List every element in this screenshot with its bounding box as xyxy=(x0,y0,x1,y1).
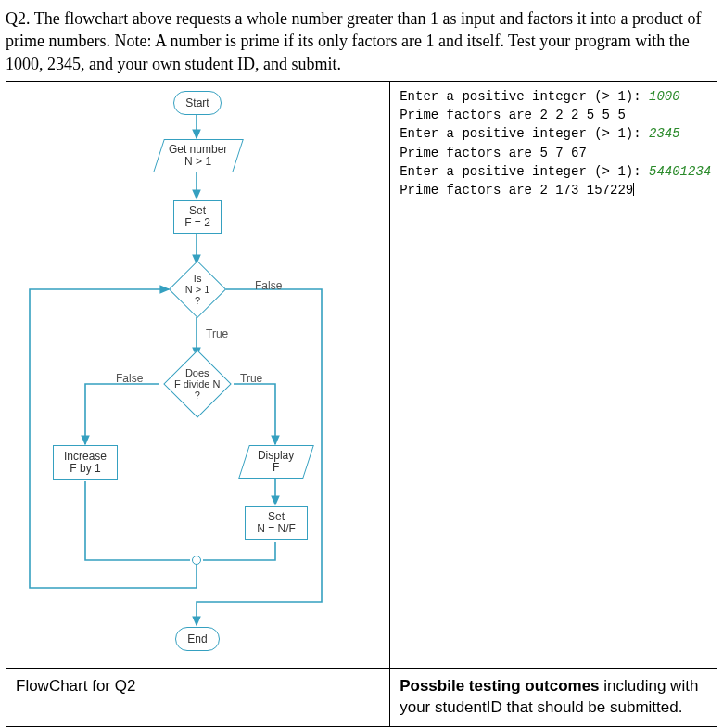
flowchart-end: End xyxy=(175,627,220,651)
flowchart-display: DisplayF xyxy=(238,445,314,479)
prompt-1: Enter a positive integer (> 1): xyxy=(400,89,649,104)
question-text: Q2. The flowchart above requests a whole… xyxy=(6,7,717,75)
flowchart-set-nf: SetN = N/F xyxy=(245,506,308,540)
text-cursor-icon xyxy=(633,183,634,196)
input-1: 1000 xyxy=(649,89,680,104)
console-output: Enter a positive integer (> 1): 1000 Pri… xyxy=(400,87,707,200)
output-2: Prime factors are 5 7 67 xyxy=(400,144,707,162)
output-1: Prime factors are 2 2 2 5 5 5 xyxy=(400,106,707,124)
console-caption-bold: Possbile testing outcomes xyxy=(400,677,599,695)
input-3: 54401234 xyxy=(649,164,711,179)
flowchart-increase: IncreaseF by 1 xyxy=(53,445,118,480)
content-table: Start Get numberN > 1 SetF = 2 IsN > 1? … xyxy=(6,81,717,727)
flowchart-label-true-2: True xyxy=(240,371,262,386)
input-2: 2345 xyxy=(649,126,680,141)
prompt-2: Enter a positive integer (> 1): xyxy=(400,126,649,141)
flowchart-caption: FlowChart for Q2 xyxy=(6,668,390,726)
flowchart-junction xyxy=(192,556,201,565)
flowchart-label-false-2: False xyxy=(116,371,143,386)
flowchart-diagram: Start Get numberN > 1 SetF = 2 IsN > 1? … xyxy=(16,87,380,662)
flowchart-start: Start xyxy=(173,91,222,115)
console-cell: Enter a positive integer (> 1): 1000 Pri… xyxy=(390,81,717,668)
flowchart-set-f: SetF = 2 xyxy=(173,200,222,234)
flowchart-cell: Start Get numberN > 1 SetF = 2 IsN > 1? … xyxy=(6,81,390,668)
prompt-3: Enter a positive integer (> 1): xyxy=(400,164,649,179)
console-caption: Possbile testing outcomes including with… xyxy=(390,668,717,726)
flowchart-label-false-1: False xyxy=(255,278,282,293)
flowchart-get-number: Get numberN > 1 xyxy=(153,139,244,172)
flowchart-label-true-1: True xyxy=(206,326,228,341)
output-3: Prime factors are 2 173 157229 xyxy=(400,183,633,198)
